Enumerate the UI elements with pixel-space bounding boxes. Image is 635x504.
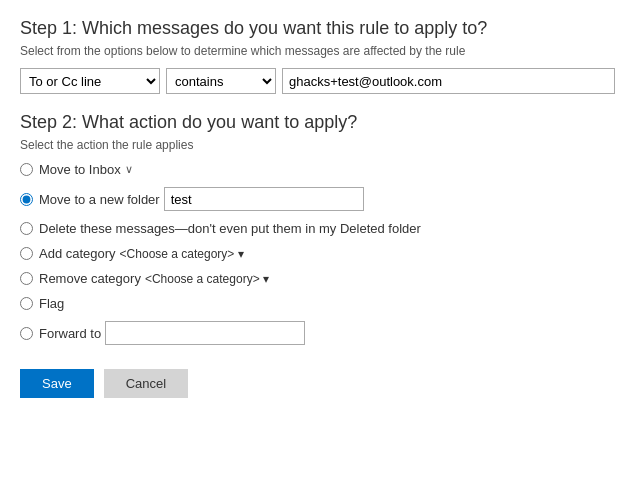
save-button[interactable]: Save	[20, 369, 94, 398]
add-category-dropdown[interactable]: <Choose a category> ▾	[120, 247, 244, 261]
action-add-category: Add category <Choose a category> ▾	[20, 246, 615, 261]
remove-category-radio[interactable]	[20, 272, 33, 285]
field-select[interactable]: To or Cc line From Subject Body	[20, 68, 160, 94]
step1-heading: Step 1: Which messages do you want this …	[20, 18, 615, 39]
action-list: Move to Inbox ∨ Move to a new folder Del…	[20, 162, 615, 345]
move-inbox-chevron: ∨	[125, 163, 133, 176]
filter-row: To or Cc line From Subject Body contains…	[20, 68, 615, 94]
cancel-button[interactable]: Cancel	[104, 369, 188, 398]
folder-name-input[interactable]	[164, 187, 364, 211]
move-folder-text: Move to a new folder	[39, 192, 160, 207]
forward-radio[interactable]	[20, 327, 33, 340]
remove-category-dropdown[interactable]: <Choose a category> ▾	[145, 272, 269, 286]
move-folder-label[interactable]: Move to a new folder	[39, 187, 364, 211]
filter-value-input[interactable]	[282, 68, 615, 94]
action-move-inbox: Move to Inbox ∨	[20, 162, 615, 177]
step2-subtitle: Select the action the rule applies	[20, 138, 615, 152]
forward-address-input[interactable]	[105, 321, 305, 345]
flag-radio[interactable]	[20, 297, 33, 310]
forward-label[interactable]: Forward to	[39, 321, 305, 345]
step1-section: Step 1: Which messages do you want this …	[20, 18, 615, 94]
move-inbox-text: Move to Inbox	[39, 162, 121, 177]
operator-select[interactable]: contains does not contain is is not	[166, 68, 276, 94]
step2-section: Step 2: What action do you want to apply…	[20, 112, 615, 345]
action-flag: Flag	[20, 296, 615, 311]
move-inbox-label[interactable]: Move to Inbox ∨	[39, 162, 133, 177]
action-remove-category: Remove category <Choose a category> ▾	[20, 271, 615, 286]
flag-label[interactable]: Flag	[39, 296, 64, 311]
add-category-radio[interactable]	[20, 247, 33, 260]
delete-radio[interactable]	[20, 222, 33, 235]
remove-category-label[interactable]: Remove category <Choose a category> ▾	[39, 271, 269, 286]
action-delete: Delete these messages—don't even put the…	[20, 221, 615, 236]
step1-subtitle: Select from the options below to determi…	[20, 44, 615, 58]
add-category-label[interactable]: Add category <Choose a category> ▾	[39, 246, 244, 261]
move-folder-radio[interactable]	[20, 193, 33, 206]
action-forward: Forward to	[20, 321, 615, 345]
button-row: Save Cancel	[20, 369, 615, 398]
delete-label[interactable]: Delete these messages—don't even put the…	[39, 221, 421, 236]
step2-heading: Step 2: What action do you want to apply…	[20, 112, 615, 133]
move-inbox-radio[interactable]	[20, 163, 33, 176]
action-move-folder: Move to a new folder	[20, 187, 615, 211]
